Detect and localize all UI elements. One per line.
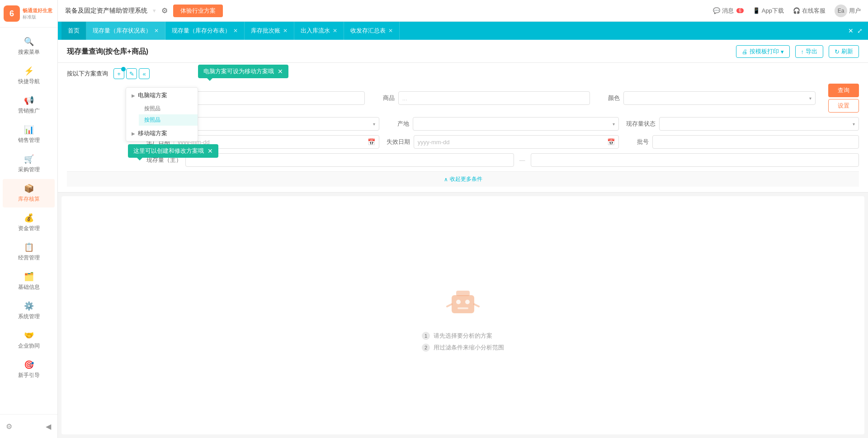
tab-home[interactable]: 首页 [61, 22, 86, 40]
tab-batch-ledger[interactable]: 库存批次账 ✕ [245, 22, 294, 40]
stock-main-from[interactable] [185, 153, 514, 167]
tab-inventory-dist[interactable]: 现存量（库存分布表） ✕ [165, 22, 245, 40]
tab-inventory-dist-label: 现存量（库存分布表） [172, 27, 231, 35]
prev-scheme-btn[interactable]: « [139, 68, 150, 79]
tab-batch-ledger-label: 库存批次账 [251, 27, 280, 35]
add-scheme-wrapper: + [113, 68, 124, 79]
filter-row-3: 生产日期 yyyy-mm-dd 📅 失效日期 yyyy-mm-dd [146, 135, 859, 149]
basic-icon: 🗂️ [24, 272, 34, 282]
sidebar-item-guide[interactable]: 🎯 新手引导 [3, 355, 55, 384]
tooltip-close-1[interactable]: ✕ [278, 68, 283, 75]
export-btn[interactable]: ↑ 导出 [795, 45, 824, 58]
tab-close-icon[interactable]: ✕ [154, 28, 159, 34]
sidebar-item-label: 企业协同 [18, 342, 40, 350]
stock-status-field: 现存量状态 ▾ [626, 117, 859, 131]
sidebar-item-operations[interactable]: 📋 经营管理 [3, 238, 55, 266]
calendar-icon-expiry: 📅 [607, 138, 615, 146]
user-profile-btn[interactable]: Ea 用户 [835, 5, 861, 17]
avatar: Ea [835, 5, 847, 17]
svg-point-3 [465, 300, 470, 304]
origin-select[interactable]: ▾ [413, 117, 619, 131]
industry-plan-btn[interactable]: 体验行业方案 [173, 5, 223, 17]
scheme-item-2[interactable]: 按照品 [139, 114, 198, 126]
sidebar-item-label: 系统管理 [18, 313, 40, 320]
header-settings-icon[interactable]: ⚙ [161, 6, 168, 15]
close-all-tabs-icon[interactable]: ✕ [848, 27, 854, 34]
sidebar-bottom: ⚙ ◀ [0, 414, 57, 438]
collapse-filter-btn[interactable]: ∧ 收起更多条件 [67, 171, 859, 187]
scheme-mobile-label: 移动端方案 [138, 129, 167, 137]
top-header: 装备及固定资产辅助管理系统 ▾ ⚙ 体验行业方案 💬 消息 6 📱 App下载 … [58, 0, 868, 22]
maximize-icon[interactable]: ⤢ [857, 27, 863, 34]
tip-num-1: 1 [422, 332, 430, 340]
sidebar-item-search[interactable]: 🔍 搜索菜单 [3, 32, 55, 61]
tooltip-close-2[interactable]: ✕ [208, 147, 213, 155]
tab-inventory-status[interactable]: 现存量（库存状况表） ✕ [86, 22, 165, 40]
sidebar-item-label: 库存核算 [18, 195, 40, 203]
empty-state: 1 请先选择要分析的方案 2 用过滤条件来缩小分析范围 [61, 196, 864, 434]
product-input[interactable]: ... [398, 91, 590, 105]
sidebar-item-label: 经营管理 [18, 254, 40, 262]
messages-btn[interactable]: 💬 消息 6 [713, 7, 744, 15]
page-title: 现存量查询(按仓库+商品) [67, 47, 148, 57]
expiry-date-input[interactable]: yyyy-mm-dd 📅 [414, 135, 619, 149]
sidebar-item-marketing[interactable]: 📢 营销推广 [3, 91, 55, 119]
guide-icon: 🎯 [24, 360, 34, 370]
sidebar-item-finance[interactable]: 💰 资金管理 [3, 208, 55, 237]
scheme-item-1[interactable]: 按照品 [139, 103, 198, 114]
tab-close-icon[interactable]: ✕ [233, 28, 238, 34]
tooltip-text-2: 这里可以创建和修改方案哦 [133, 147, 204, 155]
purchase-icon: 🛒 [24, 154, 34, 164]
refresh-btn[interactable]: ↻ 刷新 [829, 45, 859, 58]
color-select[interactable]: ▾ [623, 91, 816, 105]
sidebar-item-quick-nav[interactable]: ⚡ 快捷导航 [3, 61, 55, 90]
collapse-sidebar-btn[interactable]: ◀ [42, 420, 55, 433]
settings-bottom-btn[interactable]: ⚙ [3, 420, 15, 433]
batch-no-label: 批号 [626, 138, 649, 146]
scheme-desktop[interactable]: ▶ 电脑端方案 [126, 88, 198, 103]
size-select[interactable]: ▾ [173, 117, 379, 131]
template-print-btn[interactable]: 🖨 按模板打印 ▾ [736, 45, 790, 58]
tab-close-icon[interactable]: ✕ [333, 28, 337, 34]
stock-status-label: 现存量状态 [626, 120, 656, 128]
batch-no-input[interactable] [652, 135, 859, 149]
stock-status-select[interactable]: ▾ [659, 117, 859, 131]
svg-rect-0 [452, 295, 474, 313]
sidebar-item-purchase[interactable]: 🛒 采购管理 [3, 150, 55, 178]
svg-line-6 [474, 304, 479, 306]
settings-filter-btn[interactable]: 设置 [828, 99, 859, 113]
sidebar-item-basic[interactable]: 🗂️ 基础信息 [3, 267, 55, 296]
app-download-btn[interactable]: 📱 App下载 [753, 7, 784, 15]
stock-main-to[interactable] [531, 153, 859, 167]
filter-area: 按以下方案查询 + ✎ « 电脑方案可设为移动方案哦 ✕ 这里可以创建和修 [58, 63, 868, 193]
tab-close-icon[interactable]: ✕ [283, 28, 288, 34]
system-icon: ⚙️ [24, 301, 34, 311]
inventory-icon: 📦 [24, 184, 34, 193]
filter-label: 按以下方案查询 [67, 70, 108, 78]
warehouse-input[interactable]: ... [173, 91, 365, 105]
stock-main-field: 现存量（主） — [146, 153, 859, 167]
origin-label: 产地 [387, 120, 409, 128]
tab-close-icon[interactable]: ✕ [388, 28, 393, 34]
content-area: 现存量查询(按仓库+商品) 🖨 按模板打印 ▾ ↑ 导出 ↻ 刷新 [58, 40, 868, 438]
logo-icon: 6 [4, 5, 20, 22]
sidebar-item-system[interactable]: ⚙️ 系统管理 [3, 297, 55, 325]
chevron-up-icon: ∧ [444, 176, 448, 183]
page-title-row: 现存量查询(按仓库+商品) 🖨 按模板打印 ▾ ↑ 导出 ↻ 刷新 [67, 45, 859, 62]
expiry-date-placeholder: yyyy-mm-dd [418, 139, 450, 146]
sidebar-item-label: 基础信息 [18, 283, 40, 291]
tab-receive-summary[interactable]: 收发存汇总表 ✕ [344, 22, 400, 40]
chevron-down-size: ▾ [373, 122, 375, 127]
sidebar-item-enterprise[interactable]: 🤝 企业协同 [3, 326, 55, 354]
search-btn[interactable]: 查询 [828, 84, 859, 97]
tab-inout-flow[interactable]: 出入库流水 ✕ [294, 22, 344, 40]
scheme-mobile[interactable]: ▶ 移动端方案 [126, 126, 198, 141]
batch-no-field: 批号 [626, 135, 859, 149]
online-support-btn[interactable]: 🎧 在线客服 [793, 7, 826, 15]
sidebar-item-inventory[interactable]: 📦 库存核算 [3, 179, 55, 207]
sidebar-item-sales[interactable]: 📊 销售管理 [3, 120, 55, 149]
add-scheme-dot [121, 67, 126, 71]
svg-point-2 [456, 300, 461, 304]
edit-scheme-btn[interactable]: ✎ [126, 68, 137, 79]
chevron-down-origin: ▾ [613, 122, 615, 127]
